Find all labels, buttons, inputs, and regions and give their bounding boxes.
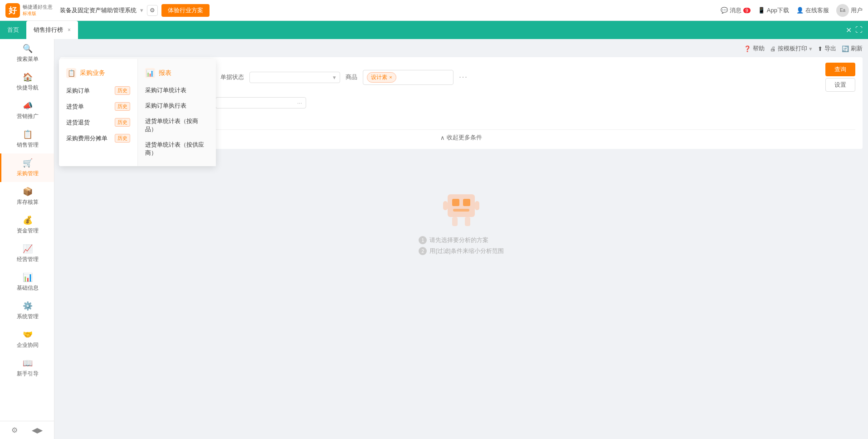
export-btn[interactable]: ⬆ 导出 [818, 44, 836, 53]
logo-icon: 好 [5, 3, 20, 18]
report-header-label: 报表 [159, 69, 171, 77]
app-download-label: App下载 [767, 6, 789, 15]
user-label: 用户 [851, 6, 863, 15]
purchase-icon: 🛒 [23, 158, 33, 168]
empty-tip-1: 1 请先选择要分析的方案 [419, 236, 503, 244]
staff-select[interactable]: ··· [215, 97, 306, 109]
dropdown-report-header: 📊 报表 [138, 64, 216, 83]
sidebar-settings-icon[interactable]: ⚙ [11, 426, 18, 434]
message-badge: 9 [743, 8, 751, 13]
dropdown-item-report-4[interactable]: 进货单统计表（按供应商） [138, 137, 216, 161]
dropdown-item-report-2-label: 采购订单执行表 [145, 102, 186, 110]
industry-btn[interactable]: 体验行业方案 [161, 4, 210, 17]
collapse-icon: ∧ [440, 134, 445, 141]
sidebar-item-finance[interactable]: 💰 资金管理 [0, 211, 54, 239]
svg-rect-0 [448, 194, 475, 217]
sidebar: 🔍 搜索菜单 🏠 快捷导航 📣 营销推广 📋 销售管理 🛒 采购管理 📦 库存核… [0, 39, 54, 439]
dropdown-item-purchase-order-label: 采购订单 [66, 87, 90, 95]
dropdown-item-inbound-label: 进货单 [66, 103, 84, 111]
goods-more-btn[interactable]: ··· [459, 73, 468, 81]
phone-icon: 📱 [758, 7, 765, 14]
dropdown-item-report-2[interactable]: 采购订单执行表 [138, 98, 216, 113]
dropdown-item-return[interactable]: 进货退货 历史 [59, 114, 137, 130]
sidebar-item-nav[interactable]: 🏠 快捷导航 [0, 68, 54, 96]
collapse-label: 收起更多条件 [447, 133, 482, 142]
online-service-btn[interactable]: 👤 在线客服 [796, 6, 829, 15]
print-btn[interactable]: 🖨 按模板打印 ▾ [770, 44, 812, 53]
history-badge-1: 历史 [115, 102, 130, 111]
sidebar-item-system-label: 系统管理 [17, 313, 39, 321]
tab-close-window-icon[interactable]: ✕ [846, 26, 852, 35]
purchase-header-icon: 📋 [66, 68, 76, 78]
dropdown-item-return-label: 进货退货 [66, 118, 90, 127]
tip-num-2: 2 [419, 247, 427, 255]
sidebar-item-system[interactable]: ⚙️ 系统管理 [0, 296, 54, 325]
sidebar-item-finance-label: 资金管理 [17, 227, 39, 235]
tab-maximize-icon[interactable]: ⛶ [855, 26, 863, 34]
sidebar-item-nav-label: 快捷导航 [17, 84, 39, 92]
print-icon: 🖨 [770, 45, 776, 52]
user-btn[interactable]: Ea 用户 [836, 4, 863, 17]
app-download-btn[interactable]: 📱 App下载 [758, 6, 789, 15]
message-btn[interactable]: 💬 消息 9 [721, 6, 751, 15]
export-icon: ⬆ [818, 45, 823, 52]
status-select[interactable]: ▾ [249, 72, 340, 83]
tab-home[interactable]: 首页 [0, 21, 26, 39]
empty-tip-2: 2 用[过滤]条件来缩小分析范围 [419, 247, 503, 255]
history-badge-0: 历史 [115, 86, 130, 95]
refresh-btn[interactable]: 🔄 刷新 [842, 44, 863, 53]
logo-area: 好 畅捷通好生意 标准版 [5, 3, 60, 18]
cooperation-icon: 🤝 [23, 330, 33, 340]
dropdown-item-purchase-order[interactable]: 采购订单 历史 [59, 83, 137, 99]
print-label: 按模板打印 [778, 44, 807, 53]
goods-tag-close[interactable]: × [389, 74, 392, 80]
sidebar-item-purchase[interactable]: 🛒 采购管理 [0, 153, 54, 182]
sidebar-item-marketing[interactable]: 📣 营销推广 [0, 96, 54, 125]
svg-rect-2 [463, 199, 470, 206]
system-title: 装备及固定资产辅助管理系统 [60, 6, 137, 15]
tip-text-1: 请先选择要分析的方案 [429, 236, 488, 244]
dropdown-item-inbound[interactable]: 进货单 历史 [59, 99, 137, 114]
svg-rect-3 [453, 209, 469, 212]
sidebar-item-sales[interactable]: 📋 销售管理 [0, 125, 54, 153]
sidebar-item-inventory[interactable]: 📦 库存核算 [0, 182, 54, 211]
dropdown-item-report-3[interactable]: 进货单统计表（按商品） [138, 113, 216, 137]
dropdown-item-expense[interactable]: 采购费用分摊单 历史 [59, 130, 137, 146]
sidebar-item-search-label: 搜索菜单 [17, 55, 39, 63]
query-btn[interactable]: 查询 [825, 63, 855, 76]
sidebar-collapse-icon[interactable]: ◀▶ [32, 426, 43, 434]
status-label: 单据状态 [220, 73, 244, 81]
staff-more-icon: ··· [297, 99, 302, 106]
tab-home-label: 首页 [7, 26, 19, 34]
sidebar-item-guide-label: 新手引导 [17, 370, 39, 378]
sidebar-item-operation[interactable]: 📈 经营管理 [0, 239, 54, 268]
sidebar-item-cooperation[interactable]: 🤝 企业协同 [0, 325, 54, 354]
settings-btn[interactable]: 设置 [825, 78, 855, 92]
refresh-label: 刷新 [851, 44, 863, 53]
system-dropdown-icon[interactable]: ▾ [140, 7, 143, 14]
dropdown-item-report-3-label: 进货单统计表（按商品） [145, 117, 209, 133]
tab-sales-rank[interactable]: 销售排行榜 × [26, 21, 78, 39]
dropdown-item-report-1[interactable]: 采购订单统计表 [138, 83, 216, 98]
report-header-icon: 📊 [145, 68, 155, 78]
message-icon: 💬 [721, 7, 728, 14]
avatar-text: Ea [840, 8, 845, 13]
tab-sales-rank-label: 销售排行榜 [34, 26, 63, 34]
dropdown-col-report: 📊 报表 采购订单统计表 采购订单执行表 进货单统计表（按商品） 进货单统计表（… [137, 59, 216, 166]
tip-text-2: 用[过滤]条件来缩小分析范围 [429, 247, 503, 255]
sidebar-item-guide[interactable]: 📖 新手引导 [0, 354, 54, 382]
system-icon: ⚙️ [23, 301, 33, 311]
operation-icon: 📈 [23, 244, 33, 254]
export-label: 导出 [824, 44, 836, 53]
settings-icon[interactable]: ⚙ [147, 5, 158, 16]
tab-close-icon[interactable]: × [68, 27, 71, 33]
refresh-icon: 🔄 [842, 45, 849, 52]
sidebar-item-basic[interactable]: 📊 基础信息 [0, 268, 54, 296]
sidebar-item-marketing-label: 营销推广 [17, 113, 39, 120]
dropdown-item-report-4-label: 进货单统计表（按供应商） [145, 141, 209, 157]
help-btn[interactable]: ❓ 帮助 [744, 44, 765, 53]
goods-input-area[interactable]: 设计素 × [363, 70, 454, 85]
avatar: Ea [836, 4, 849, 17]
sidebar-item-search[interactable]: 🔍 搜索菜单 [0, 39, 54, 68]
topbar: 好 畅捷通好生意 标准版 装备及固定资产辅助管理系统 ▾ ⚙ 体验行业方案 💬 … [0, 0, 868, 21]
